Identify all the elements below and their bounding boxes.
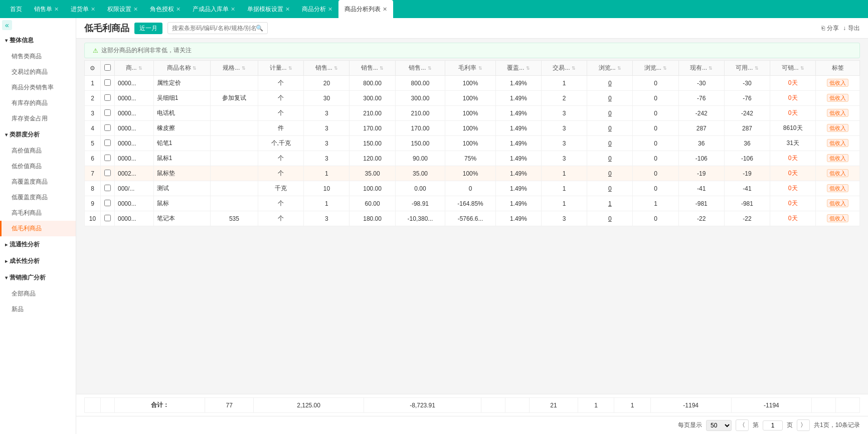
sort-available[interactable]: ⇅ [755,66,759,71]
sort-browse2[interactable]: ⇅ [663,66,667,71]
share-btn[interactable]: ⎗ 分享 [821,24,839,33]
close-analysis-icon[interactable]: ✕ [328,6,332,13]
nav-template[interactable]: 单据模板设置 ✕ [241,0,296,18]
browse1-link[interactable]: 0 [608,80,612,87]
sidebar-group-growth[interactable]: ▸ 成长性分析 [0,253,76,269]
col-current[interactable]: 现有... ⇅ [678,61,724,76]
sidebar-collapse-btn[interactable]: « [2,20,12,30]
close-sales-icon[interactable]: ✕ [54,6,59,13]
nav-sales[interactable]: 销售单 ✕ [28,0,65,18]
col-unit[interactable]: 计量... ⇅ [258,61,304,76]
sort-browse1[interactable]: ⇅ [617,66,621,71]
sidebar-item-sales-goods[interactable]: 销售类商品 [0,49,76,64]
sidebar-group-marketing[interactable]: ▾ 营销推广分析 [0,269,76,286]
sidebar-group-overall[interactable]: ▾ 整体信息 [0,32,76,49]
row-checkbox[interactable] [104,79,111,86]
col-sale-qty[interactable]: 销售... ⇅ [304,61,350,76]
prev-page-btn[interactable]: 〈 [736,419,749,431]
row-checkbox[interactable] [104,185,111,191]
row-checkbox[interactable] [104,170,111,176]
col-checkbox[interactable] [101,61,115,76]
sort-sale-qty[interactable]: ⇅ [334,66,338,71]
export-btn[interactable]: ↓ 导出 [843,24,860,33]
row-browse1[interactable]: 0 [587,166,633,181]
sidebar-group-liquidity[interactable]: ▸ 流通性分析 [0,236,76,253]
nav-role-auth[interactable]: 角色授权 ✕ [144,0,187,18]
sidebar-item-low-margin[interactable]: 低毛利商品 [0,221,76,236]
col-name[interactable]: 商品名称 ⇅ [153,61,210,76]
close-product-icon[interactable]: ✕ [231,6,235,13]
col-available[interactable]: 可用... ⇅ [724,61,770,76]
nav-goods-analysis[interactable]: 商品分析 ✕ [296,0,338,18]
sort-sale-price[interactable]: ⇅ [380,66,384,71]
row-checkbox[interactable] [104,200,111,206]
sidebar-item-low-value[interactable]: 低价值商品 [0,159,76,174]
col-sale-price[interactable]: 销售... ⇅ [350,61,395,76]
sort-current[interactable]: ⇅ [709,66,713,71]
row-browse1[interactable]: 0 [587,106,633,121]
row-browse1[interactable]: 0 [587,181,633,196]
row-browse1[interactable]: 0 [587,136,633,151]
close-permissions-icon[interactable]: ✕ [133,6,138,13]
col-code[interactable]: 商... ⇅ [115,61,154,76]
col-sale-amount[interactable]: 销售... ⇅ [395,61,445,76]
nav-permissions[interactable]: 权限设置 ✕ [101,0,144,18]
nav-product-entry[interactable]: 产成品入库单 ✕ [187,0,241,18]
sort-sale-amount[interactable]: ⇅ [428,66,432,71]
sidebar-item-high-coverage[interactable]: 高覆盖度商品 [0,174,76,190]
row-browse1[interactable]: 1 [587,196,633,211]
sort-coverage[interactable]: ⇅ [526,66,530,71]
nav-purchase[interactable]: 进货单 ✕ [65,0,101,18]
col-gross-margin[interactable]: 毛利率 ⇅ [445,61,496,76]
sort-gross-margin[interactable]: ⇅ [478,66,482,71]
row-checkbox[interactable] [104,124,111,131]
row-browse1[interactable]: 0 [587,91,633,106]
col-browse2[interactable]: 浏览... ⇅ [633,61,678,76]
sidebar-group-cluster[interactable]: ▾ 类群度分析 [0,126,76,143]
select-all-checkbox[interactable] [104,64,111,71]
browse1-link[interactable]: 0 [608,170,612,177]
row-browse1[interactable]: 0 [587,121,633,136]
search-input[interactable] [167,22,268,34]
browse1-link[interactable]: 0 [608,140,612,147]
col-settings[interactable]: ⚙ [85,61,101,76]
sort-transaction[interactable]: ⇅ [572,66,576,71]
sidebar-item-high-value[interactable]: 高价值商品 [0,143,76,159]
row-checkbox[interactable] [104,109,111,116]
browse1-link[interactable]: 0 [608,125,612,132]
sidebar-item-high-margin[interactable]: 高毛利商品 [0,205,76,221]
col-tag[interactable]: 标签 [816,61,860,76]
sort-spec[interactable]: ⇅ [242,66,246,71]
row-browse1[interactable]: 0 [587,151,633,166]
nav-home[interactable]: 首页 [4,0,28,18]
next-page-btn[interactable]: 〉 [797,419,810,431]
browse1-link[interactable]: 0 [608,185,612,192]
close-role-icon[interactable]: ✕ [176,6,181,13]
row-browse1[interactable]: 0 [587,211,633,226]
col-saleable[interactable]: 可销... ⇅ [770,61,816,76]
row-checkbox[interactable] [104,215,111,221]
sidebar-item-new-goods[interactable]: 新品 [0,302,76,317]
browse1-link[interactable]: 0 [608,110,612,117]
col-spec[interactable]: 规格... ⇅ [210,61,258,76]
sidebar-item-stock-capital[interactable]: 库存资金占用 [0,111,76,126]
nav-goods-analysis-list[interactable]: 商品分析列表 ✕ [338,0,393,18]
browse1-link[interactable]: 0 [608,155,612,162]
close-purchase-icon[interactable]: ✕ [91,6,95,13]
sort-unit[interactable]: ⇅ [288,66,292,71]
sort-code[interactable]: ⇅ [138,66,142,71]
browse1-link[interactable]: 0 [608,215,612,222]
row-checkbox[interactable] [104,155,111,161]
browse1-link[interactable]: 0 [608,95,612,102]
browse1-link[interactable]: 1 [608,200,612,207]
sort-saleable[interactable]: ⇅ [800,66,804,71]
row-browse1[interactable]: 0 [587,76,633,91]
row-checkbox[interactable] [104,94,111,101]
sort-name[interactable]: ⇅ [193,66,197,71]
sidebar-item-traded-goods[interactable]: 交易过的商品 [0,64,76,80]
sidebar-item-low-coverage[interactable]: 低覆盖度商品 [0,190,76,205]
sidebar-item-all-goods[interactable]: 全部商品 [0,286,76,302]
date-filter-btn[interactable]: 近一月 [134,23,162,34]
sidebar-item-in-stock[interactable]: 有库存的商品 [0,95,76,111]
col-coverage[interactable]: 覆盖... ⇅ [495,61,541,76]
